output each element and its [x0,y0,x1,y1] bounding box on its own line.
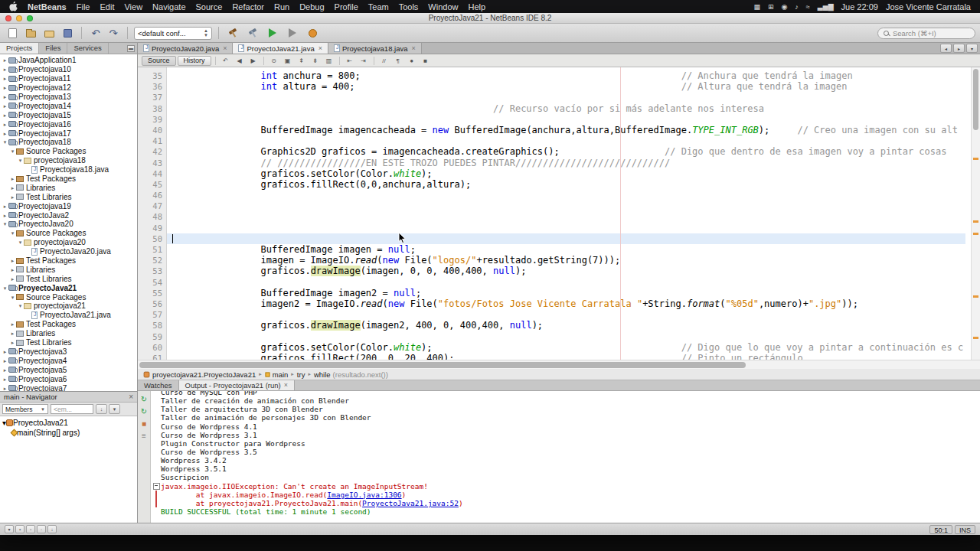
line-number[interactable]: 58 [138,320,162,331]
quick-search-input[interactable]: Search (⌘+I) [877,28,975,39]
apple-logo-icon[interactable] [9,2,18,11]
line-number[interactable]: 48 [138,211,162,222]
rerun-with-options-icon[interactable]: ↻ [139,406,149,416]
code-line-52[interactable]: imagen = ImageIO.read(new File("logos/"+… [172,255,971,266]
expand-arrow-icon[interactable]: ▾ [2,221,8,227]
tree-item-proyectojava12[interactable]: ▸Proyectojava12 [0,83,137,93]
profile-project-button[interactable] [305,26,320,41]
line-number[interactable]: 38 [138,103,162,114]
tree-item-proyectojava7[interactable]: ▸Proyectojava7 [0,383,137,391]
tree-item-proyectojava21[interactable]: ▾proyectojava21 [0,302,137,311]
output-tab-watches[interactable]: Watches [138,380,179,390]
navigator-close-icon[interactable]: × [129,393,133,401]
expand-arrow-icon[interactable]: ▾ [9,230,16,236]
expand-arrow-icon[interactable]: ▸ [9,340,16,345]
code-line-57[interactable] [172,309,971,320]
tree-item-proyectojava15[interactable]: ▸Proyectojava15 [0,110,137,119]
editor-tab-proyectojava21-java[interactable]: ProyectoJava21.java× [233,43,328,54]
code-line-49[interactable] [172,223,971,233]
expand-arrow-icon[interactable]: ▸ [9,258,16,263]
expand-arrow-icon[interactable]: ▸ [2,57,8,63]
expand-arrow-icon[interactable]: ▸ [2,358,8,364]
editor-vertical-scrollbar[interactable] [971,67,980,360]
shift-left-icon[interactable]: ⇤ [344,56,356,66]
tree-item-proyectojava10[interactable]: ▸Proyectojava10 [0,65,137,74]
stack-trace-link[interactable]: ProyectoJava21.java:52 [362,499,459,507]
screen-record-icon[interactable]: ◉ [782,3,788,11]
close-tab-icon[interactable]: × [412,45,416,52]
tree-item-proyectojava17[interactable]: ▸Proyectojava17 [0,129,137,138]
breadcrumb-item-while[interactable]: while (resultado.next()) [314,370,388,379]
expand-arrow-icon[interactable]: ▸ [2,67,8,72]
line-number[interactable]: 46 [138,190,162,201]
collapse-icon[interactable] [152,482,161,491]
tree-item-test-libraries[interactable]: ▸Test Libraries [0,338,137,347]
show-public-icon[interactable]: ◦ [37,525,46,533]
show-static-icon[interactable]: ▫ [26,525,35,533]
expand-arrow-icon[interactable]: ▸ [2,377,8,382]
line-number[interactable]: 51 [138,244,162,255]
line-number[interactable]: 47 [138,201,162,211]
line-number[interactable]: 40 [138,125,162,135]
expand-arrow-icon[interactable]: ▾ [17,158,24,163]
navigator-tree[interactable]: ▾ProyectoJava21main(String[] args) [0,416,137,523]
tree-item-test-packages[interactable]: ▸Test Packages [0,256,137,266]
minimize-panel-icon[interactable]: ▬ [127,45,135,52]
code-line-43[interactable]: // ////////////////EN ESTE TROZO PUEDES … [172,158,971,168]
editor-gutter[interactable]: 3536373839404142434445464748495051525354… [138,67,167,360]
code-line-35[interactable]: int anchura = 800;// Anchura que tendrá … [172,70,971,81]
tree-item-source-packages[interactable]: ▾Source Packages [0,229,137,238]
forward-icon[interactable]: ▶ [247,56,260,66]
line-number[interactable]: 60 [138,342,162,353]
code-line-51[interactable]: BufferedImage imagen = null; [172,244,971,255]
expand-arrow-icon[interactable]: ▸ [2,349,8,354]
error-stripe-mark[interactable] [973,158,978,160]
run-configuration-select[interactable]: <default conf... ▲▼ [134,27,212,40]
filter-options-icon[interactable]: ▾ [109,404,120,414]
comment-icon[interactable]: // [378,56,390,66]
menu-item-file[interactable]: File [77,2,90,11]
expand-arrow-icon[interactable]: ▸ [2,85,8,90]
new-file-button[interactable] [5,26,20,41]
redo-button[interactable]: ↷ [106,26,121,41]
tab-projects[interactable]: Projects [0,43,39,54]
code-line-46[interactable] [172,190,971,201]
undo-button[interactable]: ↶ [88,26,103,41]
window-minimize-button[interactable] [16,15,22,21]
expand-arrow-icon[interactable]: ▸ [2,213,8,218]
code-line-48[interactable] [172,211,971,222]
start-macro-icon[interactable]: ● [406,56,418,66]
tree-item-proyectojava6[interactable]: ▸Proyectojava6 [0,374,137,383]
scrollbar-thumb[interactable] [139,362,746,368]
code-line-59[interactable] [172,331,971,342]
menu-item-source[interactable]: Source [196,2,223,11]
editor-tab-proyectojava18-java[interactable]: Proyectojava18.java× [328,43,422,54]
view-button-history[interactable]: History [178,56,211,66]
scroll-tabs-right-icon[interactable]: ▸ [953,44,965,53]
menu-item-debug[interactable]: Debug [299,2,324,11]
show-fields-icon[interactable]: ▪ [15,525,24,533]
tree-item-proyectojava20[interactable]: ▾proyectojava20 [0,238,137,247]
code-line-42[interactable]: Graphics2D graficos = imagencacheada.cre… [172,146,971,157]
rerun-icon[interactable]: ↻ [139,394,149,404]
toggle-bookmark-icon[interactable]: ▥ [323,56,335,66]
expand-arrow-icon[interactable]: ▸ [2,112,8,118]
tree-item-proyectojava19[interactable]: ▸Proyectojava19 [0,201,137,210]
sort-by-name-icon[interactable]: ↓ [47,525,57,533]
expand-arrow-icon[interactable]: ▾ [9,148,16,154]
editor-tab-proyectojava20-java[interactable]: ProyectoJava20.java× [138,43,233,54]
close-tab-icon[interactable]: × [223,45,227,52]
error-stripe-mark[interactable] [973,220,978,223]
code-line-41[interactable] [172,135,971,146]
line-number[interactable]: 43 [138,158,162,168]
line-number[interactable]: 39 [138,114,162,125]
tree-item-proyectojava18[interactable]: ▾proyectojava18 [0,156,137,165]
previous-bookmark-icon[interactable]: ⇞ [296,56,308,66]
expand-arrow-icon[interactable]: ▸ [2,386,8,391]
expand-arrow-icon[interactable]: ▸ [2,103,8,109]
tab-services[interactable]: Services [67,43,108,54]
expand-arrow-icon[interactable]: ▸ [2,131,8,136]
line-number[interactable]: 61 [138,353,162,360]
music-icon[interactable]: ♪ [795,3,799,11]
clear-icon[interactable]: ≡ [139,431,149,441]
